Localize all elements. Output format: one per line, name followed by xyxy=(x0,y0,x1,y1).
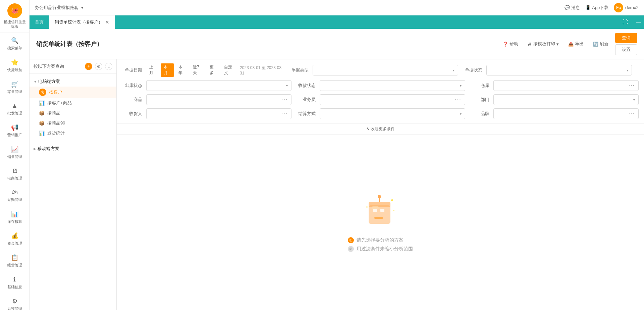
tab-sales-stat[interactable]: 销货单统计表（按客户） ✕ xyxy=(49,15,115,29)
tree-child-cg-label: 按客户+商品 xyxy=(47,100,72,106)
date-tab-this-month[interactable]: 本月 xyxy=(161,63,174,77)
refresh-button[interactable]: 🔄 刷新 xyxy=(590,40,611,48)
print-button[interactable]: 🖨 按模板打印 ▾ xyxy=(525,40,561,48)
help-label: 帮助 xyxy=(509,41,518,47)
add-scheme-button[interactable]: + xyxy=(85,63,92,70)
tree-child-by-goods[interactable]: 📦 按商品 xyxy=(30,108,116,118)
order-type-input[interactable]: ▾ xyxy=(313,65,458,75)
filter-row-3: 商品 ··· 业务员 ··· 部门 ▾ xyxy=(122,94,639,105)
export-button[interactable]: 📤 导出 xyxy=(566,40,586,48)
logo-icon: 🐙 xyxy=(7,3,22,18)
print-dropdown-icon: ▾ xyxy=(556,42,559,47)
sidebar-item-system[interactable]: ⚙ 系统管理 xyxy=(0,294,29,310)
tab-home[interactable]: 首页 xyxy=(30,15,49,29)
order-status-dropdown-icon: ▾ xyxy=(627,68,628,72)
refresh-icon: 🔄 xyxy=(593,42,598,47)
sidebar-item-quick-nav[interactable]: ⭐ 快捷导航 xyxy=(0,55,29,76)
out-status-label: 出库状态 xyxy=(122,83,142,89)
brand-input[interactable]: ··· xyxy=(493,108,639,119)
tab-expand-button[interactable]: ⛶ xyxy=(619,15,632,29)
sidebar-item-purchase[interactable]: 🛍 采购管理 xyxy=(0,185,29,206)
sidebar-label-operations: 经营管理 xyxy=(7,263,22,268)
empty-illustration xyxy=(360,190,400,230)
order-status-label: 单据状态 xyxy=(462,67,482,73)
sidebar-item-basic[interactable]: ℹ 基础信息 xyxy=(0,272,29,294)
collapse-filter-bar[interactable]: ∧ 收起更多条件 xyxy=(117,123,644,135)
tree-child-by-customer[interactable]: 客 按客户 xyxy=(30,87,116,98)
tree-child-goods-label: 按商品 xyxy=(47,110,60,116)
warehouse-input[interactable]: ··· xyxy=(493,80,639,91)
tab-bar: 首页 销货单统计表（按客户） ✕ ⛶ — xyxy=(30,15,644,29)
sidebar-label-inventory: 库存核算 xyxy=(7,219,22,224)
inventory-icon: 📊 xyxy=(11,210,18,218)
filter-row-4: 收货人 ··· 结算方式 ▾ 品牌 ··· xyxy=(122,108,639,119)
settlement-input[interactable]: ▾ xyxy=(320,108,465,119)
tab-minimize-button[interactable]: — xyxy=(633,15,644,29)
receiver-label: 收货人 xyxy=(122,111,142,117)
print-label: 按模板打印 xyxy=(533,41,555,47)
svg-rect-5 xyxy=(374,217,383,219)
receiver-input[interactable]: ··· xyxy=(146,108,291,119)
order-type-dropdown-icon: ▾ xyxy=(453,68,454,72)
message-button[interactable]: 💬 消息 xyxy=(565,5,580,11)
settlement-label: 结算方式 xyxy=(296,111,316,117)
export-icon: 📤 xyxy=(568,42,574,47)
tab-close-icon[interactable]: ✕ xyxy=(105,19,109,25)
goods-icon: 📦 xyxy=(39,110,45,116)
app-download-label: App下载 xyxy=(592,5,608,11)
query-button[interactable]: 查询 xyxy=(615,33,637,43)
collapse-panel-button[interactable]: « xyxy=(105,63,112,70)
left-panel-header: 按以下方案查询 + ⊙ « xyxy=(30,59,116,74)
sidebar-label-marketing: 营销推广 xyxy=(7,133,22,138)
sidebar-item-wholesale[interactable]: ▲ 批发管理 xyxy=(0,98,29,120)
app-download-button[interactable]: 📱 App下载 xyxy=(585,5,608,11)
sidebar-item-ecommerce[interactable]: 🖥 电商管理 xyxy=(0,163,29,185)
out-status-input[interactable]: ▾ xyxy=(146,80,291,91)
sidebar-label-finance: 资金管理 xyxy=(7,241,22,246)
salesperson-input[interactable]: ··· xyxy=(320,94,465,105)
svg-point-7 xyxy=(378,195,381,198)
sidebar-item-finance[interactable]: 💰 资金管理 xyxy=(0,228,29,250)
date-tab-7days[interactable]: 近7天 xyxy=(190,63,205,77)
goods99-icon: 📦 xyxy=(39,120,45,126)
edit-scheme-button[interactable]: ⊙ xyxy=(95,63,102,70)
receive-status-label: 收款状态 xyxy=(296,83,316,89)
cart-icon: 🛒 xyxy=(11,81,18,88)
sidebar-item-retail[interactable]: 🛒 零售管理 xyxy=(0,76,29,98)
date-tab-custom[interactable]: 自定义 xyxy=(221,63,238,77)
date-tab-last-month[interactable]: 上月 xyxy=(146,63,159,77)
brand-label: 品牌 xyxy=(469,111,489,117)
tree-parent-desktop[interactable]: ▼ 电脑端方案 xyxy=(30,76,116,87)
tree-parent-mobile[interactable]: ▶ 移动端方案 xyxy=(30,144,116,154)
tip-text-2: 用过滤条件来缩小分析范围 xyxy=(357,246,413,252)
sidebar-item-sales[interactable]: 📈 销售管理 xyxy=(0,142,29,163)
date-tab-more[interactable]: 更多 xyxy=(207,63,220,77)
tree-child-by-customer-goods[interactable]: 📊 按客户+商品 xyxy=(30,98,116,108)
svg-rect-0 xyxy=(369,205,390,224)
department-input[interactable]: ▾ xyxy=(493,94,639,105)
expand-icon: ⛶ xyxy=(623,19,628,25)
order-status-input[interactable]: ▾ xyxy=(486,65,632,75)
svg-rect-3 xyxy=(373,209,377,212)
tree-child-by-goods99[interactable]: 📦 按商品99 xyxy=(30,118,116,128)
help-button[interactable]: ❓ 帮助 xyxy=(500,40,521,48)
goods-input[interactable]: ··· xyxy=(146,94,291,105)
sidebar-item-inventory[interactable]: 📊 库存核算 xyxy=(0,206,29,228)
department-dropdown-icon: ▾ xyxy=(633,98,635,102)
breadcrumb-dropdown-icon[interactable]: ▾ xyxy=(81,5,83,10)
date-tab-this-year[interactable]: 本年 xyxy=(175,63,189,77)
sidebar-item-search-menu[interactable]: 🔍 搜索菜单 xyxy=(0,33,29,55)
sidebar-label-ecommerce: 电商管理 xyxy=(7,176,22,181)
collapse-text: 收起更多条件 xyxy=(371,126,395,132)
sidebar-item-operations[interactable]: 📋 经营管理 xyxy=(0,250,29,272)
user-profile[interactable]: Ea demo2 xyxy=(614,3,639,12)
tree-child-customer-label: 按客户 xyxy=(49,89,62,95)
tip-num-1: ① xyxy=(348,237,354,243)
svg-point-9 xyxy=(366,206,368,208)
sidebar-item-marketing[interactable]: 📢 营销推广 xyxy=(0,120,29,142)
gear-icon: ⚙ xyxy=(12,298,17,305)
tree-child-return-stats[interactable]: 📊 退货统计 xyxy=(30,128,116,138)
receive-status-input[interactable]: ▾ xyxy=(320,80,465,91)
settings-button[interactable]: 设置 xyxy=(615,44,637,55)
avatar-text: Ea xyxy=(616,5,621,10)
